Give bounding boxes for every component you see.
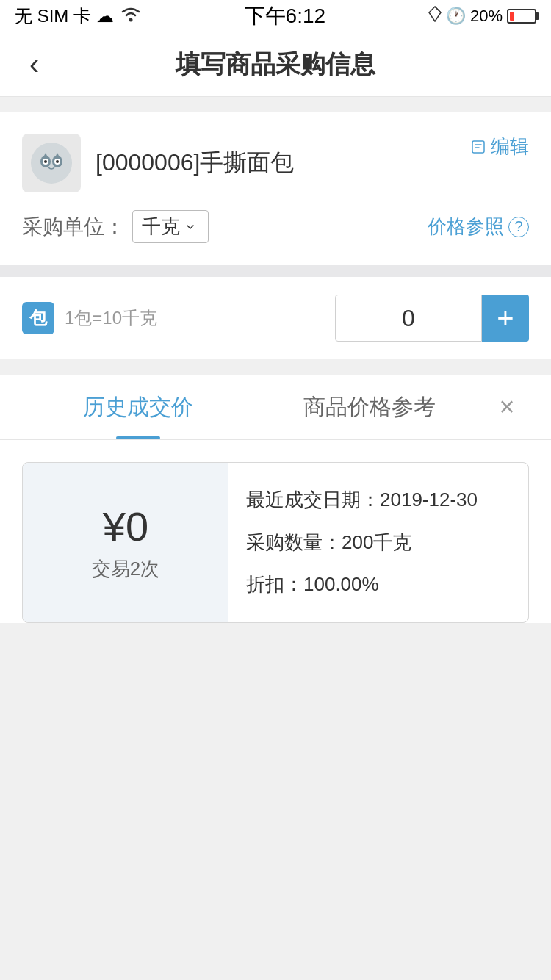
product-card: [0000006]手撕面包 编辑 采购单位： 千克 价格参照 ? (0, 112, 551, 265)
price-card: ¥0 交易2次 最近成交日期：2019-12-30 采购数量：200千克 折扣：… (22, 462, 529, 623)
edit-button[interactable]: 编辑 (470, 134, 529, 159)
battery-icon (507, 9, 536, 24)
unit-badge: 包 (22, 302, 54, 334)
product-header: [0000006]手撕面包 编辑 (22, 134, 529, 192)
quantity-input[interactable] (335, 295, 482, 342)
plus-button[interactable]: + (482, 295, 529, 342)
status-bar: 无 SIM 卡 ☁ 下午6:12 🕐 20% (0, 0, 551, 32)
tabs-row: 历史成交价 商品价格参考 × (0, 375, 551, 440)
bottom-panel: 历史成交价 商品价格参考 × ¥0 交易2次 最近成交日期：2019-12-30… (0, 375, 551, 623)
sim-status: 无 SIM 卡 ☁ (15, 4, 114, 28)
close-button[interactable]: × (485, 385, 529, 429)
status-right: 🕐 20% (428, 6, 536, 26)
svg-point-0 (129, 18, 132, 22)
location-icon (428, 6, 442, 26)
quantity-row: 包 1包=10千克 + (0, 277, 551, 360)
svg-point-6 (44, 160, 47, 163)
alarm-icon: 🕐 (446, 7, 466, 26)
price-value: ¥0 (103, 502, 148, 550)
price-ref-button[interactable]: 价格参照 ? (428, 214, 529, 239)
unit-label: 采购单位： 千克 (22, 210, 209, 243)
svg-point-1 (31, 143, 72, 184)
tab-underline (116, 436, 160, 439)
unit-select[interactable]: 千克 (132, 210, 209, 243)
back-button[interactable]: ‹ (22, 40, 46, 88)
price-right-panel: 最近成交日期：2019-12-30 采购数量：200千克 折扣：100.00% (228, 463, 528, 622)
main-content (0, 645, 551, 980)
nav-bar: ‹ 填写商品采购信息 (0, 32, 551, 97)
recent-date: 最近成交日期：2019-12-30 (246, 485, 511, 516)
product-unit-row: 采购单位： 千克 价格参照 ? (22, 210, 529, 243)
price-left-panel: ¥0 交易2次 (23, 463, 228, 622)
product-thumbnail (22, 134, 81, 192)
discount: 折扣：100.00% (246, 569, 511, 600)
tab-price-ref[interactable]: 商品价格参考 (253, 375, 485, 439)
svg-rect-8 (472, 141, 484, 153)
price-times: 交易2次 (92, 556, 159, 582)
section-divider (0, 265, 551, 277)
battery-percent: 20% (470, 7, 503, 26)
conversion-note: 1包=10千克 (65, 306, 157, 330)
quantity-input-group: + (335, 295, 529, 342)
quantity-label: 包 1包=10千克 (22, 302, 157, 334)
wifi-icon (120, 6, 142, 26)
purchase-qty: 采购数量：200千克 (246, 527, 511, 558)
product-name: [0000006]手撕面包 (96, 147, 294, 179)
page-title: 填写商品采购信息 (176, 48, 375, 82)
tab-history-price[interactable]: 历史成交价 (22, 375, 253, 439)
status-time: 下午6:12 (245, 2, 326, 30)
product-left: [0000006]手撕面包 (22, 134, 294, 192)
svg-point-7 (56, 160, 59, 163)
status-left: 无 SIM 卡 ☁ (15, 4, 142, 28)
help-icon: ? (508, 217, 529, 237)
